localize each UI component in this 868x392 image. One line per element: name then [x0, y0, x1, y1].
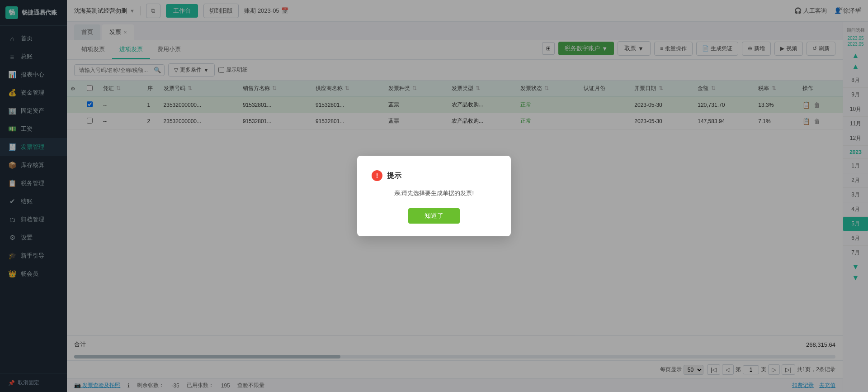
- modal-title-row: ! 提示: [372, 170, 496, 181]
- modal-overlay[interactable]: ! 提示 亲,请先选择要生成单据的发票! 知道了: [0, 0, 868, 392]
- modal-footer: 知道了: [372, 208, 496, 224]
- modal-dialog: ! 提示 亲,请先选择要生成单据的发票! 知道了: [357, 156, 511, 236]
- modal-body: 亲,请先选择要生成单据的发票!: [372, 189, 496, 197]
- modal-warn-icon: !: [372, 170, 382, 181]
- modal-ok-button[interactable]: 知道了: [408, 208, 460, 224]
- modal-title: 提示: [387, 171, 401, 181]
